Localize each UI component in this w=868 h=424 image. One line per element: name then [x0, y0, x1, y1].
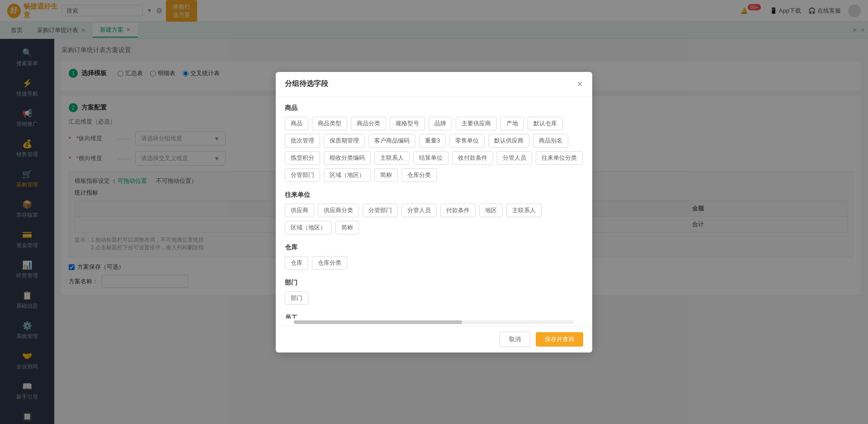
field-tag-tax-code[interactable]: 税收分类编码	[324, 151, 371, 165]
field-tag-origin[interactable]: 产地	[500, 117, 524, 130]
field-tag-short-name[interactable]: 简称	[374, 168, 398, 182]
modal-field-tags-counterparty: 供应商供应商分类分管部门分管人员付款条件地区主联系人区域（地区）简称	[285, 204, 583, 234]
modal-section-warehouse: 仓库仓库仓库分类	[285, 243, 583, 270]
modal-section-counterparty: 往来单位供应商供应商分类分管部门分管人员付款条件地区主联系人区域（地区）简称	[285, 191, 583, 234]
field-tag-supplier[interactable]: 供应商	[285, 204, 314, 217]
field-tag-dept[interactable]: 分管部门	[285, 168, 320, 182]
cancel-button[interactable]: 取消	[500, 332, 530, 347]
field-tag-manage-dept[interactable]: 分管部门	[363, 204, 398, 217]
field-tag-default-warehouse[interactable]: 默认仓库	[528, 117, 563, 130]
modal-footer: 取消 保存并查询	[276, 326, 592, 353]
field-tag-region2[interactable]: 区域（地区）	[285, 221, 332, 234]
field-tag-customer-code[interactable]: 客户商品编码	[368, 134, 415, 148]
field-tag-supplier-cat[interactable]: 供应商分类	[318, 204, 359, 217]
modal-overlay: 分组待选字段 ✕ 商品商品商品类型商品分类规格型号品牌主要供应商产地默认仓库批次…	[0, 0, 868, 424]
modal-section-goods: 商品商品商品类型商品分类规格型号品牌主要供应商产地默认仓库批次管理保质期管理客户…	[285, 104, 583, 182]
field-tag-main-contact[interactable]: 主联系人	[506, 204, 542, 217]
field-tag-alias[interactable]: 商品别名	[533, 134, 568, 148]
field-tag-region[interactable]: 区域（地区）	[324, 168, 371, 182]
modal-field-tags-goods: 商品商品类型商品分类规格型号品牌主要供应商产地默认仓库批次管理保质期管理客户商品…	[285, 117, 583, 182]
field-tag-spec-type[interactable]: 规格型号	[390, 117, 425, 130]
field-tag-pick-score[interactable]: 拣货积分	[285, 151, 320, 165]
modal: 分组待选字段 ✕ 商品商品商品类型商品分类规格型号品牌主要供应商产地默认仓库批次…	[276, 72, 592, 353]
modal-section-title-warehouse: 仓库	[285, 243, 583, 252]
modal-section-staff: 员工业务员	[285, 314, 583, 319]
field-tag-retail-unit[interactable]: 零售单位	[449, 134, 485, 148]
modal-hscroll[interactable]	[294, 320, 574, 324]
modal-field-tags-warehouse: 仓库仓库分类	[285, 256, 583, 270]
field-tag-main-supplier[interactable]: 主要供应商	[456, 117, 497, 130]
field-tag-manager[interactable]: 分管人员	[497, 151, 532, 165]
field-tag-contact[interactable]: 主联系人	[374, 151, 410, 165]
field-tag-goods-type[interactable]: 商品类型	[312, 117, 347, 130]
modal-section-title-department: 部门	[285, 279, 583, 287]
field-tag-manage-person[interactable]: 分管人员	[401, 204, 437, 217]
field-tag-payment-terms[interactable]: 收付款条件	[452, 151, 493, 165]
field-tag-source-unit-cat[interactable]: 往来单位分类	[536, 151, 583, 165]
field-tag-settle-unit[interactable]: 结算单位	[413, 151, 448, 165]
modal-section-title-staff: 员工	[285, 314, 583, 319]
modal-header: 分组待选字段 ✕	[276, 72, 592, 97]
field-tag-wh-cat[interactable]: 仓库分类	[312, 256, 347, 270]
field-tag-expiry-mgmt[interactable]: 保质期管理	[324, 134, 365, 148]
modal-close-icon[interactable]: ✕	[576, 79, 583, 89]
modal-hscroll-area	[276, 319, 592, 326]
field-tag-wh[interactable]: 仓库	[285, 256, 308, 270]
field-tag-default-supplier[interactable]: 默认供应商	[488, 134, 529, 148]
field-tag-batch-mgmt[interactable]: 批次管理	[285, 134, 320, 148]
modal-hscroll-thumb	[294, 320, 462, 324]
modal-body: 商品商品商品类型商品分类规格型号品牌主要供应商产地默认仓库批次管理保质期管理客户…	[276, 97, 592, 319]
modal-section-department: 部门部门	[285, 279, 583, 305]
modal-title: 分组待选字段	[285, 79, 328, 89]
modal-section-title-counterparty: 往来单位	[285, 191, 583, 199]
confirm-button[interactable]: 保存并查询	[536, 332, 583, 347]
field-tag-weight3[interactable]: 重量3	[419, 134, 446, 148]
field-tag-goods[interactable]: 商品	[285, 117, 308, 130]
field-tag-goods-category[interactable]: 商品分类	[351, 117, 386, 130]
field-tag-warehouse-cat[interactable]: 仓库分类	[401, 168, 437, 182]
modal-field-tags-department: 部门	[285, 291, 583, 305]
field-tag-area[interactable]: 地区	[479, 204, 503, 217]
field-tag-abbr[interactable]: 简称	[335, 221, 359, 234]
field-tag-brand[interactable]: 品牌	[429, 117, 452, 130]
modal-section-title-goods: 商品	[285, 104, 583, 112]
field-tag-dep[interactable]: 部门	[285, 291, 308, 305]
field-tag-payment-cond[interactable]: 付款条件	[440, 204, 476, 217]
